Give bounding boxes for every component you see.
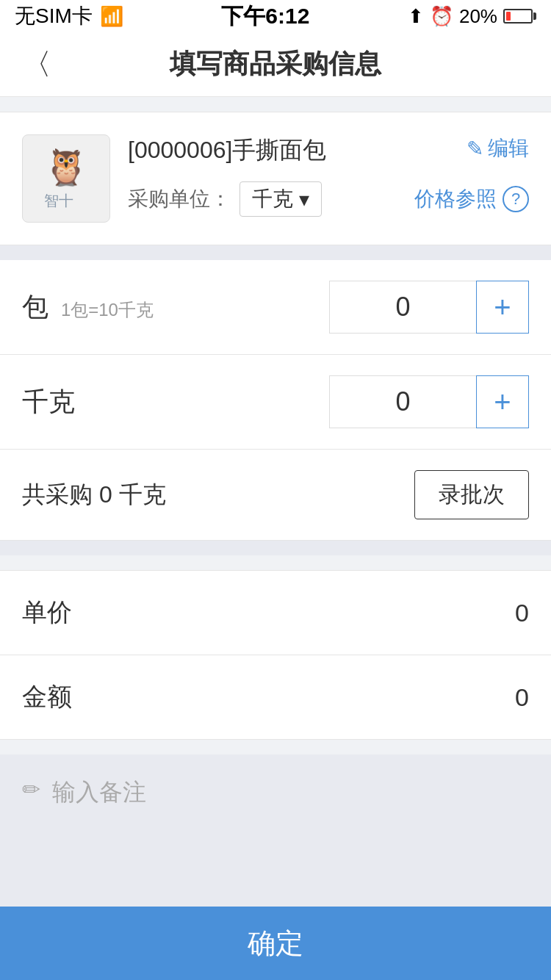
bag-label-container: 包 1包=10千克 <box>22 289 329 325</box>
edit-label: 编辑 <box>488 134 529 162</box>
wifi-icon: 📶 <box>100 5 123 28</box>
time-display: 下午6:12 <box>221 1 309 32</box>
product-unit-row: 采购单位： 千克 ▾ 价格参照 ? <box>128 181 529 217</box>
brand-label: 智十 <box>44 191 88 211</box>
amount-value: 0 <box>515 683 529 712</box>
product-name: [0000006]手撕面包 <box>128 134 326 167</box>
product-info: [0000006]手撕面包 ✎ 编辑 采购单位： 千克 ▾ 价格参照 ? <box>128 134 529 217</box>
quantity-section: 包 1包=10千克 + 千克 + <box>0 260 551 450</box>
kg-quantity-input[interactable] <box>329 375 476 428</box>
unit-select[interactable]: 千克 ▾ <box>240 181 322 217</box>
kg-input-wrap: + <box>329 375 529 428</box>
notes-section[interactable]: ✏ 输入备注 <box>0 754 551 843</box>
product-card: 🦉 智十 [0000006]手撕面包 ✎ 编辑 采购单位： 千克 ▾ 价格参照 <box>0 112 551 245</box>
status-left: 无SIM卡 📶 <box>15 2 123 30</box>
price-section: 单价 0 金额 0 <box>0 570 551 740</box>
unit-price-label: 单价 <box>22 596 72 630</box>
bag-label: 包 <box>22 292 48 322</box>
quantity-row-bag: 包 1包=10千克 + <box>0 260 551 355</box>
price-ref-button[interactable]: 价格参照 ? <box>414 185 529 213</box>
alarm-icon: ⏰ <box>430 5 453 28</box>
bag-unit-hint: 1包=10千克 <box>61 300 154 320</box>
battery-icon <box>503 9 536 24</box>
section-divider-2 <box>0 541 551 555</box>
nav-bar: 〈 填写商品采购信息 <box>0 32 551 97</box>
amount-row: 金额 0 <box>0 655 551 739</box>
total-row: 共采购 0 千克 录批次 <box>0 450 551 541</box>
status-right: ⬆ ⏰ 20% <box>408 5 536 28</box>
edit-button[interactable]: ✎ 编辑 <box>467 134 529 162</box>
chevron-down-icon: ▾ <box>299 187 309 212</box>
amount-label: 金额 <box>22 680 72 714</box>
unit-label: 采购单位： <box>128 185 231 213</box>
back-button[interactable]: 〈 <box>22 44 51 84</box>
unit-value: 千克 <box>252 185 293 213</box>
product-id: [0000006] <box>128 137 232 163</box>
product-title: 手撕面包 <box>232 137 326 163</box>
section-divider-1 <box>0 245 551 260</box>
unit-price-row: 单价 0 <box>0 571 551 655</box>
page-title: 填写商品采购信息 <box>170 46 381 82</box>
bag-plus-button[interactable]: + <box>476 281 529 334</box>
battery-percent: 20% <box>459 5 497 28</box>
record-batch-button[interactable]: 录批次 <box>414 470 529 519</box>
product-logo: 🦉 <box>44 147 88 188</box>
pencil-icon: ✏ <box>22 777 40 802</box>
price-ref-label: 价格参照 <box>414 185 497 213</box>
quantity-row-kg: 千克 + <box>0 355 551 450</box>
kg-label-container: 千克 <box>22 384 329 420</box>
edit-icon: ✎ <box>467 137 483 161</box>
unit-price-value: 0 <box>515 599 529 627</box>
bag-input-wrap: + <box>329 281 529 334</box>
kg-label: 千克 <box>22 386 75 417</box>
kg-plus-button[interactable]: + <box>476 375 529 428</box>
bag-quantity-input[interactable] <box>329 281 476 334</box>
notes-placeholder: 输入备注 <box>52 777 146 809</box>
total-label: 共采购 0 千克 <box>22 479 166 511</box>
confirm-button[interactable]: 确定 <box>0 907 551 980</box>
info-icon: ? <box>503 186 529 212</box>
location-icon: ⬆ <box>408 5 424 28</box>
product-image: 🦉 智十 <box>22 134 110 223</box>
product-header: [0000006]手撕面包 ✎ 编辑 <box>128 134 529 167</box>
status-bar: 无SIM卡 📶 下午6:12 ⬆ ⏰ 20% <box>0 0 551 32</box>
carrier-label: 无SIM卡 <box>15 2 93 30</box>
